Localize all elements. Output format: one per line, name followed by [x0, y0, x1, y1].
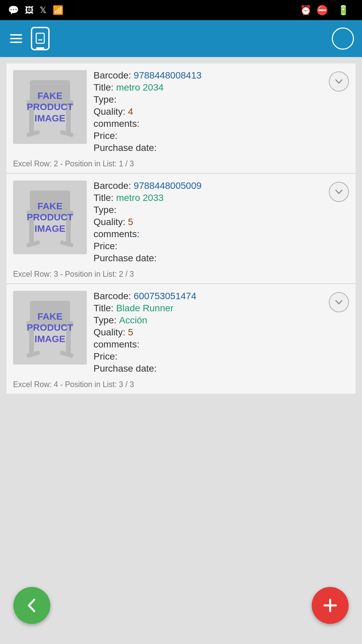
barcode-value: 9788448005009 — [134, 180, 201, 191]
purchasedate-label: Purchase date: — [94, 253, 159, 264]
back-button[interactable] — [13, 587, 50, 624]
purchasedate-row: Purchase date: — [94, 143, 329, 153]
quality-label: Quality: — [94, 106, 128, 117]
title-label: Title: — [94, 82, 116, 93]
price-label: Price: — [94, 130, 120, 141]
barcode-label: Barcode: — [94, 291, 134, 302]
barcode-value: 9788448008413 — [134, 70, 201, 81]
fake-image-label: FAKE PRODUCT IMAGE — [13, 90, 87, 124]
comments-label: comments: — [94, 118, 142, 129]
product-card: FAKE PRODUCT IMAGE Barcode: 978844800841… — [6, 63, 356, 173]
expand-button[interactable] — [329, 292, 349, 312]
type-row: Type: — [94, 205, 329, 215]
comments-label: comments: — [94, 229, 142, 239]
image-icon: 🖼 — [25, 5, 34, 15]
menu-button[interactable] — [8, 32, 24, 45]
type-label: Type: — [94, 205, 119, 215]
purchasedate-row: Purchase date: — [94, 253, 329, 264]
status-bar-right-icons: ⏰ ⛔ 🔋 — [300, 5, 354, 16]
product-info-main: Barcode: 9788448005009 Title: metro 2033… — [94, 180, 329, 264]
product-info-header: Barcode: 600753051474 Title: Blade Runne… — [94, 291, 349, 374]
purchasedate-label: Purchase date: — [94, 363, 159, 374]
title-value: Blade Runner — [116, 303, 173, 314]
type-row: Type: Acción — [94, 315, 329, 326]
alarm-icon: ⏰ — [300, 5, 312, 16]
expand-button[interactable] — [329, 71, 349, 92]
app-icon — [31, 27, 50, 50]
status-bar: 💬 🖼 𝕏 📶 ⏰ ⛔ 🔋 — [0, 0, 362, 20]
quality-row: Quality: 4 — [94, 106, 329, 117]
quality-value: 4 — [128, 106, 133, 117]
purchasedate-row: Purchase date: — [94, 363, 329, 374]
title-label: Title: — [94, 193, 116, 203]
battery-icon: 🔋 — [338, 5, 349, 16]
whatsapp-icon: 💬 — [8, 5, 19, 15]
product-info-header: Barcode: 9788448008413 Title: metro 2034… — [94, 70, 349, 153]
card-footer: Excel Row: 4 - Position in List: 3 / 3 — [6, 378, 356, 394]
barcode-value: 600753051474 — [134, 291, 196, 302]
quality-label: Quality: — [94, 327, 128, 338]
product-list: FAKE PRODUCT IMAGE Barcode: 978844800841… — [0, 57, 362, 448]
quality-row: Quality: 5 — [94, 327, 329, 338]
help-button[interactable] — [332, 28, 354, 50]
product-card: FAKE PRODUCT IMAGE Barcode: 600753051474… — [6, 284, 356, 394]
status-bar-left-icons: 💬 🖼 𝕏 📶 — [8, 5, 63, 15]
barcode-row: Barcode: 600753051474 — [94, 291, 329, 302]
product-image: FAKE PRODUCT IMAGE — [13, 180, 87, 254]
comments-row: comments: — [94, 339, 329, 350]
product-info-header: Barcode: 9788448005009 Title: metro 2033… — [94, 180, 349, 264]
title-row: Title: Blade Runner — [94, 303, 329, 314]
type-value: Acción — [119, 315, 147, 326]
price-row: Price: — [94, 241, 329, 252]
add-button[interactable] — [312, 587, 349, 624]
barcode-label: Barcode: — [94, 70, 134, 81]
svg-rect-0 — [36, 33, 44, 43]
comments-label: comments: — [94, 339, 142, 350]
purchasedate-label: Purchase date: — [94, 143, 159, 153]
signal-icon: 📶 — [53, 5, 63, 15]
price-row: Price: — [94, 130, 329, 141]
title-row: Title: metro 2033 — [94, 193, 329, 203]
product-card-inner: FAKE PRODUCT IMAGE Barcode: 978844800841… — [6, 63, 356, 157]
card-footer: Excel Row: 2 - Position in List: 1 / 3 — [6, 157, 356, 173]
barcode-row: Barcode: 9788448005009 — [94, 180, 329, 191]
title-value: metro 2033 — [116, 193, 164, 203]
fake-image-label: FAKE PRODUCT IMAGE — [13, 311, 87, 345]
product-info-main: Barcode: 600753051474 Title: Blade Runne… — [94, 291, 329, 374]
type-label: Type: — [94, 315, 119, 326]
no-disturb-icon: ⛔ — [316, 5, 328, 16]
fake-image-label: FAKE PRODUCT IMAGE — [13, 201, 87, 234]
price-label: Price: — [94, 351, 120, 362]
product-card-inner: FAKE PRODUCT IMAGE Barcode: 978844800500… — [6, 174, 356, 268]
card-footer: Excel Row: 3 - Position in List: 2 / 3 — [6, 268, 356, 283]
quality-row: Quality: 5 — [94, 217, 329, 227]
twitter-icon: 𝕏 — [40, 5, 47, 15]
comments-row: comments: — [94, 229, 329, 239]
product-image: FAKE PRODUCT IMAGE — [13, 70, 87, 144]
comments-row: comments: — [94, 118, 329, 129]
price-row: Price: — [94, 351, 329, 362]
title-row: Title: metro 2034 — [94, 82, 329, 93]
quality-value: 5 — [128, 217, 133, 227]
product-info-main: Barcode: 9788448008413 Title: metro 2034… — [94, 70, 329, 153]
app-bar — [0, 20, 362, 57]
barcode-label: Barcode: — [94, 180, 134, 191]
type-label: Type: — [94, 94, 119, 105]
product-card-inner: FAKE PRODUCT IMAGE Barcode: 600753051474… — [6, 284, 356, 378]
price-label: Price: — [94, 241, 120, 252]
barcode-row: Barcode: 9788448008413 — [94, 70, 329, 81]
expand-button[interactable] — [329, 182, 349, 202]
quality-label: Quality: — [94, 217, 128, 227]
product-card: FAKE PRODUCT IMAGE Barcode: 978844800500… — [6, 173, 356, 284]
title-label: Title: — [94, 303, 116, 314]
product-image: FAKE PRODUCT IMAGE — [13, 291, 87, 365]
quality-value: 5 — [128, 327, 133, 338]
type-row: Type: — [94, 94, 329, 105]
title-value: metro 2034 — [116, 82, 164, 93]
